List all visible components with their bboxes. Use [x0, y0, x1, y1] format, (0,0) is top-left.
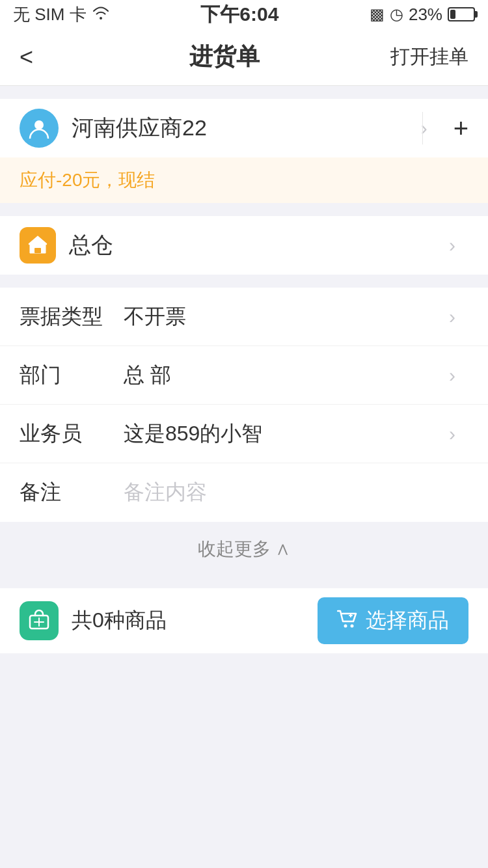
invoice-chevron-icon: ›: [449, 306, 455, 328]
select-btn-label: 选择商品: [366, 606, 449, 635]
supplier-row[interactable]: 河南供应商22 › +: [0, 99, 488, 157]
time-label: 下午6:04: [200, 1, 278, 28]
supplier-avatar: [20, 109, 59, 148]
department-chevron-icon: ›: [449, 364, 455, 387]
page-title: 进货单: [189, 41, 260, 73]
location-icon: ▩: [370, 5, 385, 23]
invoice-type-value: 不开票: [111, 303, 449, 331]
select-product-button[interactable]: 选择商品: [318, 597, 468, 644]
back-button[interactable]: <: [20, 44, 59, 71]
nav-bar: < 进货单 打开挂单: [0, 29, 488, 86]
invoice-type-label: 票据类型: [20, 303, 111, 331]
supplier-divider: [422, 112, 423, 144]
bottom-bar: 共0种商品 选择商品: [0, 588, 488, 653]
status-right: ▩ ◷ 23%: [370, 5, 475, 25]
remark-placeholder: 备注内容: [111, 478, 468, 507]
form-section: 票据类型 不开票 › 部门 总 部 › 业务员 这是859的小智 › 备注 备注…: [0, 288, 488, 522]
collapse-label: 收起更多 ∧: [198, 537, 291, 562]
open-pending-button[interactable]: 打开挂单: [390, 44, 468, 70]
warehouse-chevron-icon: ›: [449, 234, 455, 256]
warehouse-icon: [20, 227, 56, 264]
gap-1: [0, 86, 488, 99]
department-value: 总 部: [111, 361, 449, 390]
sales-rep-row[interactable]: 业务员 这是859的小智 ›: [0, 405, 488, 463]
add-supplier-button[interactable]: +: [454, 114, 468, 143]
warehouse-label: 总仓: [69, 230, 449, 260]
invoice-type-row[interactable]: 票据类型 不开票 ›: [0, 288, 488, 346]
select-cart-icon: [337, 610, 358, 632]
alarm-icon: ◷: [390, 5, 403, 23]
page-background: [0, 653, 488, 848]
svg-point-3: [344, 624, 347, 627]
wifi-icon: [92, 5, 110, 25]
battery-percentage: 23%: [409, 5, 442, 25]
remark-label: 备注: [20, 478, 111, 507]
remark-row[interactable]: 备注 备注内容: [0, 463, 488, 522]
notice-text: 应付-20元，现结: [20, 170, 155, 190]
supplier-section: 河南供应商22 › + 应付-20元，现结: [0, 99, 488, 203]
notice-bar: 应付-20元，现结: [0, 157, 488, 203]
collapse-button[interactable]: 收起更多 ∧: [0, 523, 488, 575]
status-left: 无 SIM 卡: [13, 3, 110, 26]
svg-point-0: [34, 120, 44, 129]
department-row[interactable]: 部门 总 部 ›: [0, 346, 488, 405]
warehouse-row[interactable]: 总仓 ›: [0, 216, 488, 275]
department-label: 部门: [20, 361, 111, 390]
battery-icon: [448, 7, 475, 21]
svg-rect-1: [34, 248, 41, 253]
sales-rep-label: 业务员: [20, 420, 111, 448]
supplier-name: 河南供应商22: [72, 113, 421, 143]
sales-rep-chevron-icon: ›: [449, 423, 455, 445]
sales-rep-value: 这是859的小智: [111, 420, 449, 448]
svg-point-4: [351, 624, 354, 627]
status-bar: 无 SIM 卡 下午6:04 ▩ ◷ 23%: [0, 0, 488, 29]
product-icon: [20, 601, 59, 640]
carrier-label: 无 SIM 卡: [13, 3, 87, 26]
product-count-label: 共0种商品: [72, 606, 318, 635]
content-area: 河南供应商22 › + 应付-20元，现结 总仓 › 票据类型 不开票 ›: [0, 86, 488, 848]
